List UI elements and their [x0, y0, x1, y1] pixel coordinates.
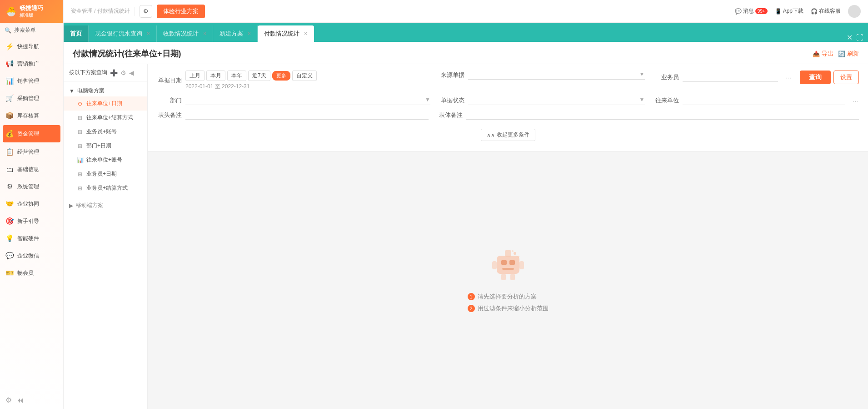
tab-close-payment-stats[interactable]: × [304, 30, 307, 37]
desktop-schemes: ▼ 电脑端方案 ⊙ 往来单位+日期⊞ 往来单位+结算方式⊞ 业务员+账号⊞ 部门… [64, 81, 147, 199]
sidebar-item-finance[interactable]: 💰 资金管理 [3, 125, 60, 142]
staff-more-btn[interactable]: ··· [785, 74, 792, 81]
source-select-wrap[interactable]: ▼ [468, 71, 645, 80]
scheme-label-staff-settle: 业务员+结算方式 [86, 184, 128, 192]
app-download-area[interactable]: 📱 App下载 [775, 7, 803, 15]
custom-btn[interactable]: 自定义 [292, 71, 317, 81]
sidebar-item-marketing[interactable]: 📢 营销推广 [0, 55, 63, 72]
page-title: 付款情况统计(往来单位+日期) [73, 48, 181, 59]
source-select[interactable] [468, 71, 645, 77]
svg-rect-5 [492, 261, 497, 269]
query-btn[interactable]: 查询 [800, 71, 831, 84]
expand-icon[interactable]: ⛶ [856, 34, 863, 42]
user-avatar[interactable] [848, 5, 861, 18]
doc-status-select[interactable] [468, 96, 645, 103]
collapse-icon[interactable]: ⏮ [16, 396, 24, 404]
scheme-item-dept-date[interactable]: ⊞ 部门+日期 [64, 139, 147, 153]
sidebar-item-enterprise[interactable]: 🤝 企业协同 [0, 195, 63, 212]
scheme-item-staff-date[interactable]: ⊞ 业务员+日期 [64, 167, 147, 181]
staff-date-icon: ⊞ [76, 171, 84, 178]
tab-close-receipt-stats[interactable]: × [203, 30, 206, 37]
more-btn[interactable]: 更多 [272, 71, 290, 81]
export-btn[interactable]: 📤 导出 [813, 50, 833, 58]
partner-more-btn[interactable]: ··· [853, 97, 859, 104]
partner-input[interactable] [683, 96, 846, 103]
sidebar-item-quick-nav[interactable]: ⚡ 快捷导航 [0, 38, 63, 55]
topbar-divider [135, 7, 135, 16]
collapse-btn[interactable]: ∧∧ 收起更多条件 [481, 129, 535, 141]
add-scheme-btn[interactable]: ➕ [110, 69, 118, 76]
scheme-item-unit-account[interactable]: 📊 往来单位+账号 [64, 153, 147, 167]
sidebar-item-inventory[interactable]: 📦 库存核算 [0, 107, 63, 124]
tab-home[interactable]: 首页 [64, 25, 89, 42]
sidebar-item-label-operation: 经营管理 [17, 148, 39, 156]
scheme-item-unit-date[interactable]: ⊙ 往来单位+日期 [64, 96, 147, 111]
header-note-input[interactable] [185, 111, 429, 117]
doc-status-dropdown-icon: ▼ [639, 96, 645, 103]
breadcrumb: 资金管理 / 付款情况统计 [71, 7, 130, 15]
tab-new-scheme[interactable]: 新建方案× [213, 25, 258, 42]
sidebar-item-purchase[interactable]: 🛒 采购管理 [0, 90, 63, 107]
tabs-bar: 首页现金银行流水查询×收款情况统计×新建方案×付款情况统计× ✕ ⛶ [64, 23, 868, 42]
tab-bank-flow[interactable]: 现金银行流水查询× [89, 25, 157, 42]
sidebar-item-hardware[interactable]: 💡 智能硬件 [0, 230, 63, 247]
dept-select[interactable] [185, 96, 430, 103]
logo-name: 畅捷通巧 [20, 5, 43, 11]
this-month-btn[interactable]: 本月 [206, 71, 225, 81]
collapse-scheme-btn[interactable]: ◀ [129, 69, 134, 76]
scheme-item-staff-settle[interactable]: ⊞ 业务员+结算方式 [64, 181, 147, 195]
this-year-btn[interactable]: 本年 [227, 71, 246, 81]
sidebar-item-member[interactable]: 🎫 畅会员 [0, 264, 63, 282]
date-label: 单据日期 [157, 76, 182, 85]
close-tab-icon[interactable]: ✕ [847, 33, 853, 42]
filter-group-dept: 部门 ▼ [157, 96, 430, 105]
message-area[interactable]: 💬 消息 99+ [735, 7, 768, 15]
sidebar-logo: 🐣 畅捷通巧 标准版 [0, 0, 63, 23]
tab-close-new-scheme[interactable]: × [248, 30, 251, 37]
sidebar-item-guide[interactable]: 🎯 新手引导 [0, 212, 63, 230]
body-note-input-wrap [466, 111, 859, 120]
online-service-area[interactable]: 🎧 在线客服 [811, 7, 841, 15]
tab-close-bank-flow[interactable]: × [147, 30, 150, 37]
svg-rect-3 [502, 268, 514, 270]
doc-status-select-wrap[interactable]: ▼ [468, 96, 645, 105]
desktop-section-header[interactable]: ▼ 电脑端方案 [64, 85, 147, 96]
tab-label-payment-stats: 付款情况统计 [264, 30, 299, 38]
trial-btn[interactable]: 体验行业方案 [157, 5, 205, 18]
settings-btn[interactable]: 设置 [833, 71, 859, 84]
unit-account-icon: 📊 [76, 157, 84, 164]
sidebar-item-wechat[interactable]: 💬 企业微信 [0, 247, 63, 264]
scheme-item-unit-settle[interactable]: ⊞ 往来单位+结算方式 [64, 111, 147, 125]
filter-group-partner: 往来单位 ··· [654, 96, 859, 105]
dept-select-wrap[interactable]: ▼ [185, 96, 430, 105]
svg-point-11 [512, 250, 514, 252]
tabs-actions: ✕ ⛶ [847, 33, 868, 42]
scheme-panel-header: 按以下方案查询 ➕ ⚙ ◀ [64, 64, 147, 81]
sidebar-item-sales[interactable]: 📊 销售管理 [0, 72, 63, 90]
scheme-settings-btn[interactable]: ⚙ [120, 69, 126, 76]
staff-account-icon: ⊞ [76, 128, 84, 136]
staff-input[interactable] [683, 73, 778, 80]
sidebar-item-system[interactable]: ⚙ 系统管理 [0, 178, 63, 195]
sidebar-item-basic[interactable]: 🗃 基础信息 [0, 161, 63, 178]
scheme-label-unit-settle: 往来单位+结算方式 [86, 114, 133, 121]
tab-receipt-stats[interactable]: 收款情况统计× [157, 25, 213, 42]
empty-tips: 1 请先选择要分析的方案 2 用过滤条件来缩小分析范围 [468, 293, 549, 313]
tip-num-2: 2 [468, 305, 475, 312]
refresh-icon: 🔄 [838, 50, 845, 57]
svg-rect-2 [509, 260, 515, 265]
partner-label: 往来单位 [654, 96, 679, 105]
settings-icon[interactable]: ⚙ [5, 396, 12, 404]
refresh-btn[interactable]: 🔄 刷新 [838, 50, 859, 58]
wechat-icon: 💬 [5, 252, 14, 260]
tab-payment-stats[interactable]: 付款情况统计× [258, 25, 314, 42]
last-month-btn[interactable]: 上月 [185, 71, 205, 81]
body-note-input[interactable] [466, 111, 859, 117]
sidebar-search[interactable]: 🔍 搜索菜单 [0, 23, 63, 38]
mobile-section-header[interactable]: ▶ 移动端方案 [64, 199, 147, 212]
collapse-row: ∧∧ 收起更多条件 [157, 125, 859, 145]
last-7days-btn[interactable]: 近7天 [248, 71, 270, 81]
sidebar-item-operation[interactable]: 📋 经营管理 [0, 143, 63, 161]
topbar-settings-btn[interactable]: ⚙ [140, 5, 152, 18]
scheme-item-staff-account[interactable]: ⊞ 业务员+账号 [64, 125, 147, 139]
